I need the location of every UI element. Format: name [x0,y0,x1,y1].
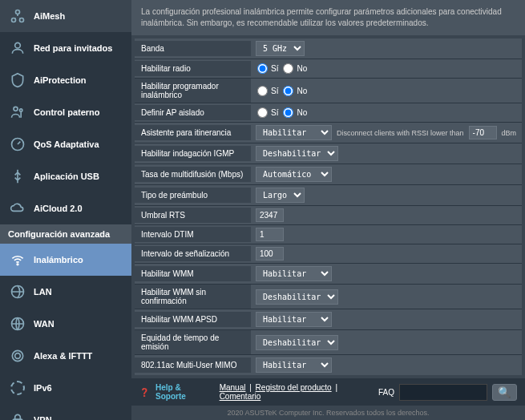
label-apiso: Definir AP aislado [135,105,251,120]
cloud-icon [8,199,27,218]
voice-icon [8,346,27,365]
help-link[interactable]: Help & Soporte [155,383,212,401]
svg-point-5 [20,109,22,111]
nav-lan[interactable]: LAN [0,276,131,308]
lan-icon [8,282,27,301]
roaming-helper: Disconnect clients with RSSI lower than [337,129,464,137]
copyright: 2020 ASUSTeK Computer Inc. Reservados to… [131,406,525,420]
svg-point-0 [16,10,20,14]
nav-alexa[interactable]: Alexa & IFTTT [0,340,131,372]
label-wmm: Habilitar WMM [135,266,251,281]
sidebar: AiMesh Red para invitados AiProtection C… [0,0,131,420]
nav-label: Red para invitados [34,43,112,53]
help-icon: ❓ [139,388,149,397]
nav-label: AiCloud 2.0 [34,204,83,213]
label-wmmnoack: Habilitar WMM sin confirmación [135,285,251,309]
select-mumimo[interactable]: Habilitar [256,357,332,373]
label-dtim: Intervalo DTIM [135,227,251,242]
radio-apiso-no[interactable] [283,107,293,118]
label-beacon: Intervalo de señalización [135,246,251,261]
radio-apiso-yes[interactable] [257,107,268,118]
nav-label: WAN [34,319,55,329]
select-igmp[interactable]: Deshabilitar [256,146,338,161]
nav-aicloud[interactable]: AiCloud 2.0 [0,192,131,224]
link-manual[interactable]: Manual [220,383,246,392]
select-wmmnoack[interactable]: Deshabilitar [256,289,338,305]
nav-qos[interactable]: QoS Adaptativa [0,128,131,160]
input-rssi[interactable] [469,126,497,139]
shield-icon [8,71,27,90]
usb-icon [8,167,27,186]
nav-label: VPN [34,415,52,420]
nav-label: Inalámbrico [34,255,83,265]
radio-enable-yes[interactable] [257,63,268,74]
family-icon [8,103,27,122]
svg-point-10 [15,353,21,359]
radio-sched-yes[interactable] [257,86,268,96]
faq-label: FAQ [378,388,394,397]
nav-guest[interactable]: Red para invitados [0,32,131,64]
ipv6-icon [8,378,27,398]
label-sched: Habilitar programador inalámbrico [135,79,251,103]
select-airtime[interactable]: Deshabilitar [256,335,338,350]
svg-point-3 [15,42,21,48]
nav-aimesh[interactable]: AiMesh [0,0,131,32]
search-input[interactable] [399,384,487,401]
nav-label: Aplicación USB [34,172,99,181]
intro-text: La configuración profesional inalámbrica… [131,0,525,35]
input-dtim[interactable] [256,228,284,241]
svg-point-11 [12,350,22,361]
vpn-icon [8,410,27,420]
nav-label: QoS Adaptativa [34,139,99,149]
select-preamble[interactable]: Largo [256,188,305,203]
globe-icon [8,314,27,333]
nav-aiprotection[interactable]: AiProtection [0,64,131,96]
search-button[interactable]: 🔍 [492,384,517,401]
nav-ipv6[interactable]: IPv6 [0,372,131,404]
nav-label: AiProtection [34,75,86,85]
guest-icon [8,38,27,58]
label-mumimo: 802.11ac Multi-User MIMO [135,357,251,373]
wifi-icon [8,250,27,269]
label-preamble: Tipo de preámbulo [135,188,251,203]
nav-wan[interactable]: WAN [0,308,131,340]
form-area: Banda5 GHz Habilitar radioSíNo Habilitar… [135,38,522,375]
main-panel: La configuración profesional inalámbrica… [131,0,525,420]
select-mcast[interactable]: Automático [256,167,332,182]
nav-wireless[interactable]: Inalámbrico [0,244,131,276]
link-comment[interactable]: Comentario [220,392,261,401]
nav-vpn[interactable]: VPN [0,404,131,420]
nav-label: LAN [34,287,52,297]
label-mcast: Tasa de multidifusión (Mbps) [135,167,251,182]
label-band: Banda [135,41,251,56]
nav-usb[interactable]: Aplicación USB [0,160,131,192]
label-rts: Umbral RTS [135,208,251,223]
nav-label: Control paterno [34,107,100,117]
input-rts[interactable] [256,208,284,222]
label-airtime: Equidad de tiempo de emisión [135,330,251,354]
select-wmmapsd[interactable]: Habilitar [256,312,332,327]
radio-sched-no[interactable] [283,86,293,96]
nav-label: IPv6 [34,383,52,393]
footer: ❓ Help & Soporte Manual | Registro del p… [131,378,525,406]
radio-enable-no[interactable] [283,63,293,74]
link-product[interactable]: Registro del producto [256,383,332,392]
svg-point-7 [17,264,18,265]
label-igmp: Habilitar indagación IGMP [135,146,251,161]
label-wmmapsd: Habilitar WMM APSD [135,312,251,327]
mesh-icon [8,6,27,26]
nav-label: AiMesh [34,11,65,21]
nav-parental[interactable]: Control paterno [0,96,131,128]
select-wmm[interactable]: Habilitar [256,266,332,281]
input-beacon[interactable] [256,247,284,260]
gauge-icon [8,135,27,154]
svg-point-4 [14,107,18,111]
rssi-unit: dBm [502,129,517,137]
advanced-header: Configuración avanzada [0,224,131,244]
select-band[interactable]: 5 GHz [256,41,305,56]
footer-links: Manual | Registro del producto | Comenta… [218,383,378,401]
nav-label: Alexa & IFTTT [34,351,92,361]
select-roaming[interactable]: Habilitar [256,125,332,140]
label-roaming: Asistente para itinerancia [135,125,251,140]
label-radio: Habilitar radio [135,61,251,76]
